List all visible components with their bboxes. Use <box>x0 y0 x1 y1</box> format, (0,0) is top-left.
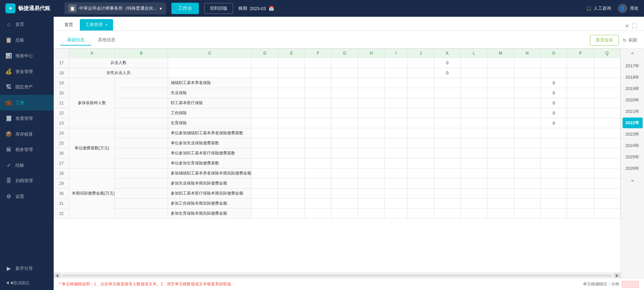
cell-23-p[interactable] <box>567 118 594 128</box>
cell-27-i[interactable] <box>385 158 408 168</box>
cell-28-q[interactable] <box>594 168 620 178</box>
cell-20-p[interactable] <box>567 88 594 98</box>
cell-21-b[interactable] <box>115 98 168 108</box>
cell-31-f[interactable] <box>305 199 331 209</box>
cell-27-p[interactable] <box>567 158 594 168</box>
cell-30-j[interactable] <box>408 189 434 199</box>
year-item-2025年[interactable]: 2025年 <box>623 152 643 162</box>
cell-26-o[interactable] <box>540 148 567 158</box>
cell-19-m[interactable] <box>487 78 514 88</box>
cell-23-o[interactable]: 0 <box>540 118 567 128</box>
sidebar-item-assets[interactable]: 🏗固定资产 <box>0 79 54 95</box>
cell-26-i[interactable] <box>385 148 408 158</box>
cell-22-p[interactable] <box>567 108 594 118</box>
cell-24-c[interactable]: 单位参加城镇职工基本养老保险缴费基数 <box>168 128 252 138</box>
cell-23-c[interactable]: 生育保险 <box>168 118 252 128</box>
cell-30-q[interactable] <box>594 189 620 199</box>
cell-27-g[interactable] <box>331 158 358 168</box>
cell-31-m[interactable] <box>487 199 514 209</box>
sidebar-item-new-user[interactable]: ▶ 新手引导 <box>0 261 54 276</box>
cell-24-i[interactable] <box>385 128 408 138</box>
cell-24-p[interactable] <box>567 128 594 138</box>
reset-report-button[interactable]: 重置报表 <box>590 35 619 46</box>
year-item-2022年[interactable]: 2022年 <box>623 118 643 128</box>
cell-31-k[interactable] <box>434 199 461 209</box>
cell-21-k[interactable] <box>434 98 461 108</box>
cell-26-b[interactable] <box>115 148 168 158</box>
cell-20-c[interactable]: 失业保险 <box>168 88 252 98</box>
h-scroll-bar[interactable]: ◀ ▶ <box>54 273 621 278</box>
cell-28-p[interactable] <box>567 168 594 178</box>
cell-27-q[interactable] <box>594 158 620 168</box>
cell-18-n[interactable] <box>514 68 540 78</box>
cell-26-c[interactable]: 单位参加职工基本医疗保险缴费基数 <box>168 148 252 158</box>
cell-23-l[interactable] <box>461 118 487 128</box>
cell-29-h[interactable] <box>358 178 384 189</box>
cell-31-o[interactable] <box>540 199 567 209</box>
cell-17-g[interactable] <box>331 58 358 68</box>
cell-23-h[interactable] <box>358 118 384 128</box>
cell-31-g[interactable] <box>331 199 358 209</box>
cell-30-n[interactable] <box>514 189 540 199</box>
cell-19-g[interactable] <box>331 78 358 88</box>
cell-28-i[interactable] <box>385 168 408 178</box>
sidebar-item-home[interactable]: ⌂首页 <box>0 17 54 32</box>
cell-24-n[interactable] <box>514 128 540 138</box>
cell-22-e[interactable] <box>278 108 305 118</box>
cell-20-g[interactable] <box>331 88 358 98</box>
year-item-2024年[interactable]: 2024年 <box>623 140 643 151</box>
cell-27-b[interactable] <box>115 158 168 168</box>
cell-23-q[interactable] <box>594 118 620 128</box>
cell-24-a[interactable]: 单位缴费基数(万元) <box>69 128 115 168</box>
cell-31-b[interactable] <box>115 199 168 209</box>
cell-29-b[interactable] <box>115 178 168 189</box>
cell-22-c[interactable]: 工伤保险 <box>168 108 252 118</box>
cell-32-g[interactable] <box>331 209 358 219</box>
cell-19-q[interactable] <box>594 78 620 88</box>
cell-17-m[interactable] <box>487 58 514 68</box>
cell-24-o[interactable] <box>540 128 567 138</box>
cell-22-j[interactable] <box>408 108 434 118</box>
cell-29-c[interactable]: 参加失业保险本期实际缴费金额 <box>168 178 252 189</box>
cell-18-f[interactable] <box>305 68 331 78</box>
cell-21-o[interactable]: 0 <box>540 98 567 108</box>
cell-17-j[interactable] <box>408 58 434 68</box>
cell-32-n[interactable] <box>514 209 540 219</box>
old-version-button[interactable]: 切到旧版 <box>204 3 233 14</box>
cell-20-o[interactable]: 0 <box>540 88 567 98</box>
cell-17-c[interactable] <box>168 58 252 68</box>
cell-29-q[interactable] <box>594 178 620 189</box>
cell-30-e[interactable] <box>278 189 305 199</box>
cell-32-l[interactable] <box>461 209 487 219</box>
cell-28-g[interactable] <box>331 168 358 178</box>
cell-25-b[interactable] <box>115 138 168 148</box>
cell-18-k[interactable]: 0 <box>434 68 461 78</box>
cell-26-j[interactable] <box>408 148 434 158</box>
cell-23-j[interactable] <box>408 118 434 128</box>
sidebar-item-tax[interactable]: 🏛税务管理 <box>0 142 54 157</box>
cell-30-m[interactable] <box>487 189 514 199</box>
cell-22-i[interactable] <box>385 108 408 118</box>
cell-21-g[interactable] <box>331 98 358 108</box>
year-scroll-down-button[interactable]: ⌄ <box>624 174 641 185</box>
cell-32-o[interactable] <box>540 209 567 219</box>
sidebar-item-wages[interactable]: 💼工资 <box>0 95 54 111</box>
cell-19-l[interactable] <box>461 78 487 88</box>
cell-27-n[interactable] <box>514 158 540 168</box>
cell-32-e[interactable] <box>278 209 305 219</box>
h-scroll-left-button[interactable]: ◀ <box>54 273 60 278</box>
year-item-2017年[interactable]: 2017年 <box>623 61 643 71</box>
cell-26-f[interactable] <box>305 148 331 158</box>
cell-20-q[interactable] <box>594 88 620 98</box>
cell-21-l[interactable] <box>461 98 487 108</box>
year-item-2019年[interactable]: 2019年 <box>623 83 643 94</box>
sub-tab-basic[interactable]: 基础信息 <box>60 35 91 46</box>
cell-30-l[interactable] <box>461 189 487 199</box>
cell-17-o[interactable] <box>540 58 567 68</box>
cell-26-l[interactable] <box>461 148 487 158</box>
sidebar-item-archive[interactable]: 🗄归档管理 <box>0 173 54 189</box>
cell-25-i[interactable] <box>385 138 408 148</box>
cell-19-h[interactable] <box>358 78 384 88</box>
window-expand-button[interactable]: ⛶ <box>631 22 639 30</box>
cell-17-n[interactable] <box>514 58 540 68</box>
